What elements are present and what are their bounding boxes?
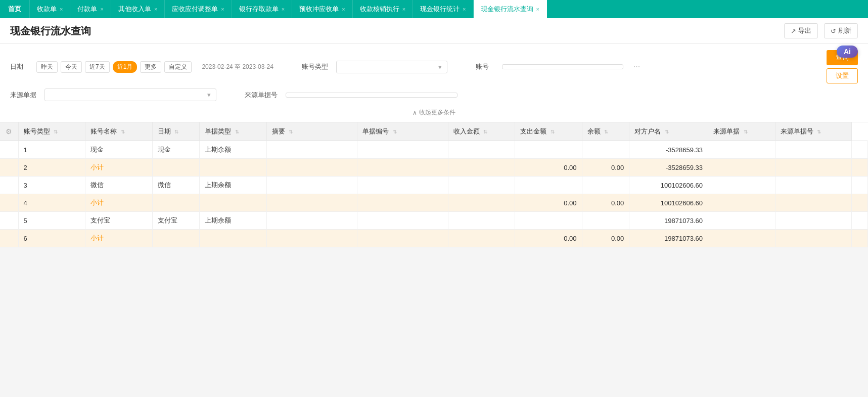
refresh-button[interactable]: ↺ 刷新 (824, 23, 858, 38)
settings-button[interactable]: 设置 (827, 68, 858, 83)
table-row: 3微信微信上期余额100102606.60 (0, 177, 868, 194)
col-source-doc-no-sort-icon[interactable]: ⇅ (817, 129, 821, 135)
row-balance: 100102606.60 (629, 177, 708, 194)
row-counterparty (708, 177, 775, 194)
filter-row-1: 日期 昨天 今天 近7天 近1月 更多 自定义 2023-02-24 至 202… (10, 50, 858, 83)
col-doc-no-sort-icon[interactable]: ⇅ (393, 129, 397, 135)
date-btn-today[interactable]: 今天 (61, 61, 82, 73)
col-doc-type-label: 单据类型 (205, 127, 231, 135)
col-settings: ⚙ (0, 122, 18, 141)
account-more-icon[interactable]: ··· (633, 62, 640, 71)
col-account-type-sort-icon[interactable]: ⇅ (54, 129, 58, 135)
account-input[interactable] (502, 64, 623, 69)
ai-assistant-badge[interactable]: Ai (837, 46, 858, 58)
nav-tab-0[interactable]: 收款单 × (30, 0, 70, 18)
nav-tab-close-2[interactable]: × (154, 6, 157, 12)
row-account-type: 小计 (85, 230, 153, 247)
nav-tab-2[interactable]: 其他收入单 × (111, 0, 165, 18)
export-button[interactable]: ↗ 导出 (784, 23, 818, 38)
nav-tab-close-3[interactable]: × (221, 6, 224, 12)
row-income: 0.00 (515, 159, 582, 177)
col-account-name-label: 账号名称 (90, 127, 117, 135)
source-doc-no-input[interactable] (286, 93, 458, 98)
row-doc-no (448, 177, 515, 194)
nav-tab-label-1: 付款单 (77, 5, 97, 14)
nav-tab-close-5[interactable]: × (342, 6, 345, 12)
account-type-select[interactable]: ▾ (336, 61, 447, 73)
row-settings-cell (0, 159, 18, 177)
col-counterparty-sort-icon[interactable]: ⇅ (665, 129, 669, 135)
col-account-name-sort-icon[interactable]: ⇅ (121, 129, 125, 135)
row-account-type: 微信 (85, 177, 153, 194)
row-income: 0.00 (515, 194, 582, 212)
row-doc-no (448, 141, 515, 159)
row-doc-type (266, 159, 357, 177)
account-type-label: 账号类型 (302, 62, 328, 71)
col-doc-type-sort-icon[interactable]: ⇅ (235, 129, 239, 135)
nav-tab-1[interactable]: 付款单 × (70, 0, 111, 18)
nav-tab-close-0[interactable]: × (60, 6, 63, 12)
row-summary (357, 159, 448, 177)
row-source-doc (775, 230, 852, 247)
date-btn-custom[interactable]: 自定义 (164, 61, 192, 73)
row-num: 2 (18, 159, 85, 177)
col-source-doc-sort-icon[interactable]: ⇅ (744, 129, 748, 135)
row-account-type: 支付宝 (85, 212, 153, 230)
date-btn-7days[interactable]: 近7天 (85, 61, 110, 73)
table-row: 1现金现金上期余额-3528659.33 (0, 141, 868, 159)
page-header: 现金银行流水查询 ↗ 导出 ↺ 刷新 (0, 18, 868, 44)
col-source-doc-no-label: 来源单据号 (781, 127, 813, 135)
col-income-sort-icon[interactable]: ⇅ (483, 129, 487, 135)
account-type-arrow-icon: ▾ (438, 63, 442, 71)
nav-tab-4[interactable]: 银行存取款单 × (232, 0, 292, 18)
collapse-bar[interactable]: ∧ 收起更多条件 (10, 106, 858, 118)
row-counterparty (708, 230, 775, 247)
row-income: 0.00 (515, 230, 582, 247)
date-btn-1month[interactable]: 近1月 (113, 61, 138, 73)
nav-tab-close-8[interactable]: × (536, 6, 539, 12)
row-source-doc (775, 159, 852, 177)
col-date-sort-icon[interactable]: ⇅ (174, 129, 178, 135)
export-icon: ↗ (791, 27, 796, 35)
nav-tab-label-8: 现金银行流水查询 (481, 5, 533, 14)
nav-tab-label-5: 预收冲应收单 (299, 5, 339, 14)
row-settings-cell (0, 230, 18, 247)
table-row: 2小计0.000.00-3528659.33 (0, 159, 868, 177)
col-income: 收入金额 ⇅ (448, 122, 515, 141)
row-expense: 0.00 (582, 230, 629, 247)
nav-tab-7[interactable]: 现金银行统计 × (413, 0, 473, 18)
nav-tab-5[interactable]: 预收冲应收单 × (292, 0, 352, 18)
col-counterparty: 对方户名 ⇅ (629, 122, 708, 141)
row-settings-cell (0, 177, 18, 194)
row-summary (357, 177, 448, 194)
nav-home[interactable]: 首页 (0, 0, 30, 18)
row-expense (582, 212, 629, 230)
row-doc-type (266, 194, 357, 212)
col-summary-sort-icon[interactable]: ⇅ (289, 129, 293, 135)
col-date: 日期 ⇅ (152, 122, 200, 141)
row-date (200, 159, 267, 177)
col-expense-sort-icon[interactable]: ⇅ (551, 129, 555, 135)
row-account-name (152, 230, 200, 247)
nav-tab-6[interactable]: 收款核销执行 × (353, 0, 413, 18)
column-settings-icon[interactable]: ⚙ (6, 127, 12, 136)
nav-tab-close-1[interactable]: × (100, 6, 103, 12)
row-source-doc-no (852, 194, 868, 212)
nav-tab-3[interactable]: 应收应付调整单 × (165, 0, 232, 18)
export-label: 导出 (798, 26, 811, 35)
row-source-doc (775, 194, 852, 212)
nav-tab-label-7: 现金银行统计 (420, 5, 460, 14)
nav-tab-close-4[interactable]: × (282, 6, 285, 12)
source-doc-select[interactable]: ▾ (44, 89, 216, 101)
nav-tab-close-7[interactable]: × (463, 6, 466, 12)
col-date-label: 日期 (158, 127, 171, 135)
nav-tab-8[interactable]: 现金银行流水查询 × (474, 0, 547, 18)
row-summary (357, 212, 448, 230)
nav-tab-close-6[interactable]: × (402, 6, 405, 12)
row-doc-no (448, 230, 515, 247)
col-balance-sort-icon[interactable]: ⇅ (604, 129, 608, 135)
nav-tab-label-6: 收款核销执行 (360, 5, 399, 14)
date-range-display: 2023-02-24 至 2023-03-24 (202, 63, 273, 71)
date-btn-yesterday[interactable]: 昨天 (36, 61, 58, 73)
date-btn-more[interactable]: 更多 (140, 61, 161, 73)
